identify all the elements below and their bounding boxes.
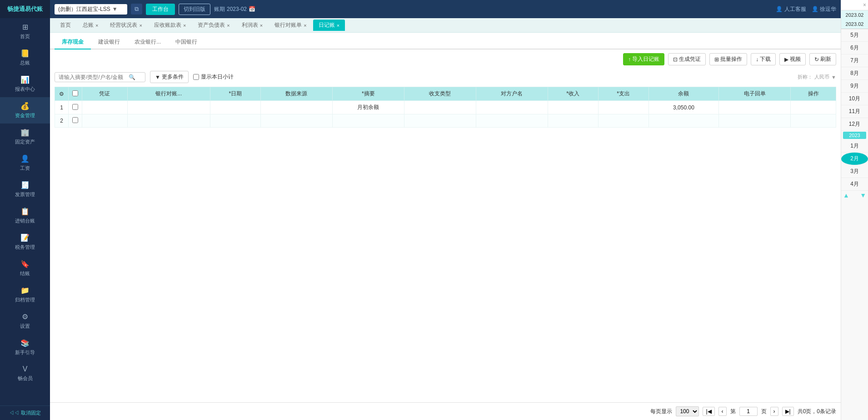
per-page-label: 每页显示 bbox=[650, 408, 672, 415]
calendar-month-4[interactable]: 4月 bbox=[841, 178, 868, 191]
tab-balance-sheet[interactable]: 资产负债表 × bbox=[192, 20, 235, 31]
avatar: 👤 bbox=[812, 6, 818, 12]
settings-icon: ⚙ bbox=[22, 312, 28, 321]
salary-icon: 👤 bbox=[20, 154, 30, 163]
sidebar-item-assets[interactable]: 🏢 固定资产 bbox=[0, 124, 50, 150]
prev-page-button[interactable]: ‹ bbox=[718, 407, 727, 416]
tax-icon: 📝 bbox=[20, 233, 30, 242]
per-page-select[interactable]: 100 20 50 200 bbox=[676, 406, 699, 416]
total-label: 共0页，0条记录 bbox=[798, 408, 836, 415]
calendar-month-11[interactable]: 11月 bbox=[841, 105, 868, 118]
table-row: 2 bbox=[55, 114, 836, 128]
generate-voucher-button[interactable]: ⊡ 生成凭证 bbox=[668, 53, 706, 65]
cell-date bbox=[210, 114, 260, 128]
calendar-month-10[interactable]: 10月 bbox=[841, 93, 868, 105]
company-dropdown-icon: ▼ bbox=[112, 6, 118, 12]
sub-tab-china-bank[interactable]: 中国银行 bbox=[168, 35, 205, 49]
cell-action[interactable] bbox=[791, 101, 836, 114]
download-button[interactable]: ↓ 下载 bbox=[751, 53, 776, 65]
calendar-month-2[interactable]: 2月 bbox=[841, 153, 868, 165]
checkbox-col-header[interactable] bbox=[69, 87, 82, 101]
sub-tab-construction-bank[interactable]: 建设银行 bbox=[91, 35, 127, 49]
row-checkbox[interactable] bbox=[69, 101, 82, 114]
sidebar-item-tax[interactable]: 📝 税务管理 bbox=[0, 229, 50, 255]
batch-ops-button[interactable]: ⊞ 批量操作 bbox=[709, 53, 747, 65]
settings-col-header[interactable]: ⚙ bbox=[55, 87, 69, 101]
calendar-month-8[interactable]: 8月 bbox=[841, 67, 868, 80]
col-date: *日期 bbox=[210, 87, 260, 101]
company-selector[interactable]: (勿删）江西超宝-LSS ▼ bbox=[55, 4, 127, 15]
calendar-panel: × 2023.02 2023.02 5月 6月 7月 8月 9月 10月 11月… bbox=[841, 0, 868, 420]
workbench-button[interactable]: 工作台 bbox=[146, 4, 175, 15]
tab-ledger[interactable]: 总账 × bbox=[77, 20, 104, 31]
calendar-month-7[interactable]: 7月 bbox=[841, 54, 868, 67]
tab-close-bank[interactable]: × bbox=[304, 23, 306, 28]
cell-action[interactable] bbox=[791, 114, 836, 128]
daily-subtotal-input[interactable] bbox=[193, 74, 199, 80]
tab-receivable[interactable]: 应收账款表 × bbox=[149, 20, 191, 31]
calendar-up-icon[interactable]: ▲ bbox=[843, 192, 849, 199]
sub-tab-agriculture-bank[interactable]: 农业银行... bbox=[127, 35, 168, 49]
page-input[interactable] bbox=[739, 407, 758, 416]
sidebar-item-settings[interactable]: ⚙ 设置 bbox=[0, 308, 50, 334]
sidebar-item-guide[interactable]: 📚 新手引导 bbox=[0, 334, 50, 361]
calendar-icon[interactable]: 📅 bbox=[249, 6, 255, 12]
sidebar-item-reports[interactable]: 📊 报表中心 bbox=[0, 71, 50, 97]
content-area: 库存现金 建设银行 农业银行... 中国银行 ↑ 导入日记账 ⊡ 生成凭证 bbox=[50, 33, 841, 420]
more-conditions-button[interactable]: ▼ 更多条件 bbox=[150, 71, 189, 83]
tab-journal[interactable]: 日记账 × bbox=[313, 20, 345, 31]
calendar-month-5[interactable]: 5月 bbox=[841, 29, 868, 42]
calendar-down-icon[interactable]: ▼ bbox=[860, 192, 866, 199]
last-page-button[interactable]: ▶| bbox=[782, 407, 794, 416]
sidebar-item-finance[interactable]: 💰 资金管理 bbox=[0, 97, 50, 124]
currency-selector[interactable]: 折称： 人民币 ▼ bbox=[798, 74, 836, 80]
assets-icon: 🏢 bbox=[20, 128, 30, 137]
customer-service[interactable]: 👤 人工客服 bbox=[776, 5, 806, 13]
tab-home[interactable]: 首页 bbox=[55, 20, 76, 31]
tab-close-journal[interactable]: × bbox=[337, 23, 339, 28]
sidebar-item-salary[interactable]: 👤 工资 bbox=[0, 150, 50, 176]
search-box[interactable]: 🔍 bbox=[55, 72, 145, 82]
tab-operation[interactable]: 经营状况表 × bbox=[105, 20, 147, 31]
cell-income bbox=[548, 101, 598, 114]
tab-close-operation[interactable]: × bbox=[139, 23, 142, 28]
select-all-checkbox[interactable] bbox=[72, 90, 78, 96]
calendar-month-1[interactable]: 1月 bbox=[841, 140, 868, 153]
first-page-button[interactable]: |◀ bbox=[703, 407, 714, 416]
calendar-month-6[interactable]: 6月 bbox=[841, 42, 868, 54]
video-icon: ▶ bbox=[784, 56, 788, 63]
tab-close-receivable[interactable]: × bbox=[183, 23, 186, 28]
member-icon: V bbox=[23, 365, 28, 373]
sidebar-item-invoice[interactable]: 🧾 发票管理 bbox=[0, 176, 50, 203]
topbar-right: 👤 人工客服 👤 徐逗华 bbox=[776, 5, 836, 13]
user-info[interactable]: 👤 徐逗华 bbox=[812, 5, 836, 13]
calendar-month-3[interactable]: 3月 bbox=[841, 165, 868, 178]
calendar-month-12[interactable]: 12月 bbox=[841, 118, 868, 131]
refresh-button[interactable]: ↻ 刷新 bbox=[809, 53, 836, 65]
sidebar-item-purchase-sales[interactable]: 📋 进销台账 bbox=[0, 203, 50, 229]
calendar-year-2023[interactable]: 2023 bbox=[843, 132, 866, 139]
old-version-button[interactable]: 切到旧版 bbox=[179, 4, 210, 15]
sidebar-item-member[interactable]: V 畅会员 bbox=[0, 361, 50, 386]
search-input[interactable] bbox=[59, 74, 127, 80]
sidebar-item-closing[interactable]: 🔖 结账 bbox=[0, 255, 50, 282]
next-page-button[interactable]: › bbox=[770, 407, 778, 416]
copy-button[interactable]: ⧉ bbox=[131, 4, 142, 15]
tab-close-ledger[interactable]: × bbox=[95, 23, 98, 28]
calendar-close-button[interactable]: × bbox=[841, 0, 868, 10]
tab-close-balance[interactable]: × bbox=[227, 23, 229, 28]
download-icon: ↓ bbox=[756, 56, 758, 63]
calendar-month-9[interactable]: 9月 bbox=[841, 80, 868, 93]
import-journal-button[interactable]: ↑ 导入日记账 bbox=[623, 53, 664, 65]
row-checkbox[interactable] bbox=[69, 114, 82, 128]
tab-profit[interactable]: 利润表 × bbox=[236, 20, 268, 31]
sub-tab-cash[interactable]: 库存现金 bbox=[55, 35, 91, 49]
tab-close-profit[interactable]: × bbox=[260, 23, 263, 28]
unpin-button[interactable]: ◁◁ 取消固定 bbox=[0, 405, 50, 420]
sidebar-item-archive[interactable]: 📁 归档管理 bbox=[0, 282, 50, 308]
tab-bank-statement[interactable]: 银行对账单 × bbox=[269, 20, 312, 31]
sidebar-item-home[interactable]: ⊞ 首页 bbox=[0, 18, 50, 44]
video-button[interactable]: ▶ 视频 bbox=[779, 53, 806, 65]
daily-subtotal-checkbox[interactable]: 显示本日小计 bbox=[193, 73, 234, 81]
sidebar-item-ledger[interactable]: 📒 总账 bbox=[0, 44, 50, 71]
